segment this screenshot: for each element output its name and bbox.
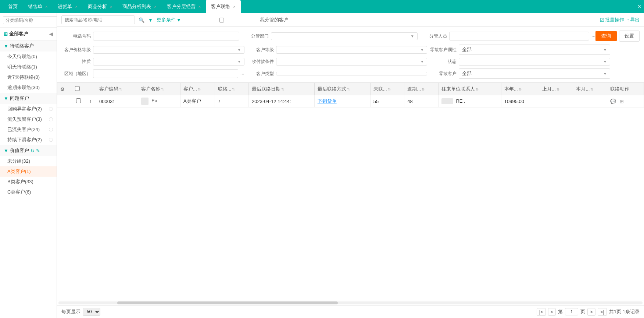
sidebar-item-overdue[interactable]: 逾期未联络(30): [0, 82, 57, 93]
scrollbar-track[interactable]: [58, 301, 643, 304]
sidebar-item-class-b[interactable]: B类客户(33): [0, 177, 57, 187]
th-last-contact-method[interactable]: 最后联络方式⇅: [314, 83, 370, 95]
sidebar-item-tomorrow[interactable]: 明天待联络(1): [0, 62, 57, 72]
th-this-year[interactable]: 本年...⇅: [501, 83, 539, 95]
page-suffix: 页: [580, 308, 585, 315]
th-code[interactable]: 客户编码⇅: [96, 83, 138, 95]
filter-price-level: 客户价格等级 ▼: [61, 46, 244, 54]
manager-input[interactable]: [449, 32, 589, 40]
next-page-button[interactable]: >: [587, 308, 595, 316]
th-last-method-label: 最后联络方式: [318, 86, 346, 92]
window-close-icon[interactable]: ×: [638, 3, 641, 10]
nav-tab-analysis-list[interactable]: 商品分析列表 ×: [117, 0, 161, 13]
price-level-dropdown[interactable]: ▼: [93, 46, 244, 54]
search-button-icon[interactable]: 🔍: [139, 17, 144, 23]
sidebar-all-customers[interactable]: ⊞ 全部客户 ◀: [0, 28, 57, 40]
sidebar-item-declining[interactable]: 持续下滑客户(2) ⓘ: [0, 135, 57, 145]
content-area: 🔍 ▼ 更多条件 ▼ 我分管的客户 ☑ 批量操作 ↑ 导出: [57, 13, 644, 318]
nav-home[interactable]: 首页: [3, 0, 23, 13]
area-input[interactable]: [93, 69, 238, 78]
export-button[interactable]: ↑ 导出: [627, 17, 640, 23]
close-icon[interactable]: ×: [45, 0, 47, 13]
first-page-button[interactable]: |<: [537, 308, 546, 316]
phone-label: 电话号码: [61, 33, 91, 39]
my-customers-checkbox[interactable]: [185, 18, 258, 22]
th-gear[interactable]: ⚙: [57, 83, 72, 95]
settings-icon[interactable]: ⚙: [60, 86, 65, 92]
nav-tab-sales[interactable]: 销售单 ×: [23, 0, 53, 13]
query-button[interactable]: 查询: [595, 31, 617, 41]
batch-op-button[interactable]: ☑ 批量操作: [600, 17, 624, 23]
th-no-contact[interactable]: 未联...⇅: [370, 83, 404, 95]
collapse-icon[interactable]: ◀: [49, 31, 53, 37]
status-dropdown[interactable]: ▼: [459, 58, 610, 66]
payment-dropdown[interactable]: ▼: [276, 58, 427, 66]
row-last-contact-method[interactable]: 下销货单: [314, 95, 370, 107]
th-overdue[interactable]: 逾期...⇅: [404, 83, 439, 95]
th-contacts[interactable]: 联络...⇅: [215, 83, 249, 95]
page-input[interactable]: [565, 308, 578, 315]
ellipsis-icon[interactable]: ···: [240, 71, 244, 77]
close-icon[interactable]: ×: [198, 0, 201, 13]
refresh-icon[interactable]: ↻: [31, 148, 35, 153]
nature-dropdown[interactable]: ▼: [93, 58, 244, 66]
grid-action-icon[interactable]: ⊞: [620, 99, 624, 104]
sidebar-item-class-c[interactable]: C类客户(6): [0, 187, 57, 197]
sidebar-item-churned[interactable]: 已流失客户(24) ⓘ: [0, 124, 57, 135]
close-icon[interactable]: ×: [233, 0, 235, 13]
contact-method-link[interactable]: 下销货单: [318, 98, 337, 104]
th-last-month[interactable]: 上月...⇅: [539, 83, 573, 95]
repurchase-label: 回购异常客户(2): [7, 106, 42, 112]
dept-dropdown[interactable]: ▼: [271, 32, 417, 40]
customer-level-dropdown[interactable]: ▼: [276, 46, 427, 54]
close-icon[interactable]: ×: [154, 0, 156, 13]
ellipsis-icon[interactable]: ···: [591, 33, 595, 39]
comment-icon[interactable]: 💬: [610, 99, 616, 104]
nav-tab-analysis[interactable]: 商品分析 ×: [83, 0, 117, 13]
sidebar-item-repurchase-anomaly[interactable]: 回购异常客户(2) ⓘ: [0, 104, 57, 114]
retail-attr-dropdown[interactable]: 全部 ▼: [459, 45, 610, 55]
th-type[interactable]: 客户...⇅: [180, 83, 215, 95]
row-checkbox[interactable]: [76, 98, 81, 103]
sidebar-value-group[interactable]: ▼ 价值客户 ↻ ✎: [0, 145, 57, 156]
th-this-month[interactable]: 本月...⇅: [573, 83, 607, 95]
sidebar-item-class-a[interactable]: A类客户(1): [0, 166, 57, 177]
row-gear-cell: [57, 95, 72, 107]
horizontal-scrollbar[interactable]: [57, 300, 644, 305]
sidebar-item-churn-warning[interactable]: 流失预警客户(3) ⓘ: [0, 114, 57, 124]
sidebar-search-input[interactable]: [3, 16, 57, 24]
my-customers-checkbox-label[interactable]: 我分管的客户: [185, 17, 289, 23]
scrollbar-thumb[interactable]: [117, 301, 338, 304]
tab-label-analysis-list: 商品分析列表: [122, 0, 151, 13]
select-all-checkbox[interactable]: [75, 86, 80, 91]
th-name[interactable]: 客户名称⇅: [138, 83, 180, 95]
pending-group-label: 待联络客户: [10, 43, 34, 49]
setting-button[interactable]: 设置: [619, 31, 640, 42]
advanced-filters: 电话号码 分管部门 ▼ 分管人员 ··· 查询 设置: [57, 27, 644, 83]
sidebar-item-7days[interactable]: 近7天待联络(0): [0, 72, 57, 82]
more-filter-button[interactable]: 更多条件 ▼: [157, 17, 181, 23]
export-icon: ↑: [627, 17, 630, 23]
phone-input[interactable]: [93, 32, 239, 40]
th-contact-person[interactable]: 往来单位联系人⇅: [438, 83, 501, 95]
page-size-select[interactable]: 50: [83, 308, 100, 316]
nav-tab-customer-tier[interactable]: 客户分层经营 ×: [162, 0, 206, 13]
sidebar-item-today[interactable]: 今天待联络(0): [0, 52, 57, 62]
home-label: 首页: [8, 0, 18, 13]
th-overdue-label: 逾期...: [407, 86, 421, 92]
sidebar-item-ungrouped[interactable]: 未分组(32): [0, 156, 57, 166]
customer-type-dropdown[interactable]: [276, 72, 427, 75]
sidebar-pending-group[interactable]: ▼ 待联络客户: [0, 40, 57, 52]
last-page-button[interactable]: >|: [598, 308, 607, 316]
close-icon[interactable]: ×: [110, 0, 112, 13]
close-icon[interactable]: ×: [75, 0, 77, 13]
retail-customer-dropdown[interactable]: 全部 ▼: [459, 68, 610, 79]
sidebar-problem-group[interactable]: ▼ 问题客户: [0, 93, 57, 104]
nav-tab-purchase[interactable]: 进货单 ×: [53, 0, 82, 13]
edit-icon[interactable]: ✎: [36, 148, 40, 153]
prev-page-button[interactable]: <: [548, 308, 556, 316]
nav-tab-customer-contact[interactable]: 客户联络 ×: [206, 0, 240, 13]
search-input[interactable]: [61, 15, 135, 24]
declining-label: 持续下滑客户(2): [7, 137, 42, 143]
th-last-contact-date[interactable]: 最后联络日期⇅: [249, 83, 315, 95]
